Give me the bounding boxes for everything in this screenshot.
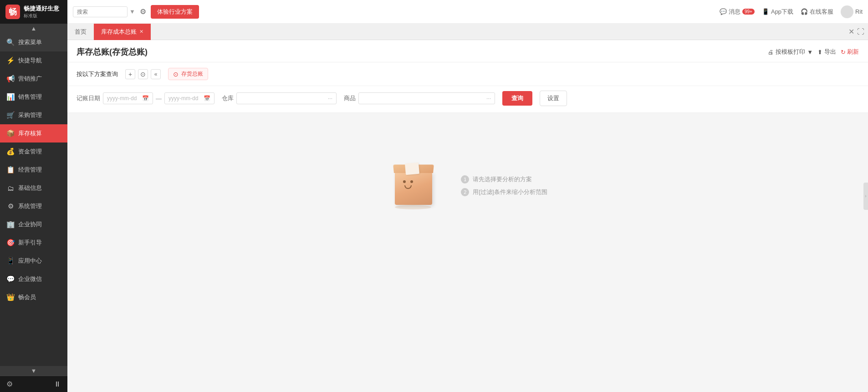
app-download-label: App下载 [771,8,793,16]
settings-bottom-icon[interactable]: ⚙ [6,380,13,388]
setting-button[interactable]: 设置 [540,91,567,106]
sidebar-item-guide[interactable]: 🎯 新手引导 [0,234,67,252]
scheme-item-label: 存货总账 [181,70,203,78]
filter-add-btn[interactable]: + [125,69,135,79]
page-title-row: 库存总账(存货总账) 🖨 按模板打印 ▼ ⬆ 导出 ↻ 刷新 [77,46,859,57]
sidebar-item-enterprise[interactable]: 🏢 企业协同 [0,215,67,234]
empty-state: 1 请先选择要分析的方案 2 用[过滤]条件来缩小分析范围 [67,113,868,259]
scheme-item[interactable]: ⊙ 存货总账 [168,68,208,80]
query-button[interactable]: 查询 [502,91,532,106]
app-logo-text: 畅捷通好生意 标准版 [24,5,59,19]
topbar-search-input[interactable] [73,6,128,17]
sidebar-item-appcenter[interactable]: 📱 应用中心 [0,252,67,270]
warehouse-select[interactable]: ··· [236,92,337,104]
filter-collapse-btn[interactable]: « [151,69,161,79]
sidebar-search-label: 搜索菜单 [18,38,42,46]
sales-icon: 📊 [6,93,15,101]
sidebar-scroll-up[interactable]: ▲ [0,24,67,33]
sidebar-item-quick-nav[interactable]: ⚡ 快捷导航 [0,51,67,70]
hint-2-text: 用[过滤]条件来缩小分析范围 [473,188,547,196]
sidebar-item-label: 库存核算 [18,129,42,137]
topbar: ▼ ⚙ 体验行业方案 💬 消息 99+ 📱 App下载 🎧 在线客服 Rit [67,0,868,24]
avatar [841,5,853,18]
sidebar-item-search[interactable]: 🔍 搜索菜单 [0,33,67,51]
purchase-icon: 🛒 [6,111,15,119]
message-item[interactable]: 💬 消息 99+ [720,8,755,16]
sidebar-item-inventory[interactable]: 📦 库存核算 [0,124,67,143]
refresh-btn[interactable]: ↻ 刷新 [841,48,859,56]
export-btn[interactable]: ⬆ 导出 [817,48,836,56]
tab-label: 库存成本总账 [101,28,137,36]
collapse-icon: « [154,71,158,77]
sound-bottom-icon[interactable]: ⏸ [54,380,61,388]
sidebar-scroll-down[interactable]: ▼ [0,366,67,376]
sidebar-item-finance[interactable]: 💰 资金管理 [0,143,67,161]
date-end-placeholder: yyyy-mm-dd [168,95,198,102]
right-panel-icon: › [865,193,866,199]
date-start-placeholder: yyyy-mm-dd [107,95,137,102]
sidebar-item-label: 企业微信 [18,275,42,283]
tab-inventory-ledger[interactable]: 库存成本总账 ✕ [94,24,151,40]
date-field-group: 记账日期 yyyy-mm-dd 📅 — yyyy-mm-dd 📅 [77,92,214,104]
tab-home[interactable]: 首页 [67,24,94,40]
close-all-icon[interactable]: ✕ [848,27,854,36]
warehouse-more-icon[interactable]: ··· [328,95,332,102]
tab-close-icon[interactable]: ✕ [139,29,143,35]
date-start-input[interactable]: yyyy-mm-dd 📅 [103,92,153,104]
sidebar-item-basic[interactable]: 🗂 基础信息 [0,179,67,197]
app-download-item[interactable]: 📱 App下载 [762,8,793,16]
user-profile[interactable]: Rit [841,5,863,18]
operation-icon: 📋 [6,166,15,174]
search-icon: 🔍 [6,38,15,46]
sidebar-item-label: 经营管理 [18,166,42,174]
print-icon: 🖨 [768,49,774,56]
page-actions: 🖨 按模板打印 ▼ ⬆ 导出 ↻ 刷新 [768,48,859,56]
page-header: 库存总账(存货总账) 🖨 按模板打印 ▼ ⬆ 导出 ↻ 刷新 [67,40,868,62]
calendar-end-icon[interactable]: 📅 [204,95,210,102]
export-icon: ⬆ [817,49,822,56]
member-icon: 👑 [6,293,15,301]
empty-illustration [388,158,443,213]
filter-schema-btn[interactable]: ⊙ [138,69,148,79]
filter-fields: 记账日期 yyyy-mm-dd 📅 — yyyy-mm-dd 📅 仓库 ··· [67,86,868,113]
product-more-icon[interactable]: ··· [486,95,491,102]
enterprise-icon: 🏢 [6,220,15,229]
date-end-input[interactable]: yyyy-mm-dd 📅 [164,92,214,104]
page-content: 库存总账(存货总账) 🖨 按模板打印 ▼ ⬆ 导出 ↻ 刷新 [67,40,868,392]
sidebar-item-member[interactable]: 👑 畅会员 [0,288,67,306]
message-badge: 99+ [742,9,755,15]
print-btn[interactable]: 🖨 按模板打印 ▼ [768,48,813,56]
sidebar-item-weixin[interactable]: 💬 企业微信 [0,270,67,288]
right-panel-toggle[interactable]: › [863,183,868,210]
topbar-settings-icon[interactable]: ⚙ [138,5,148,18]
sidebar-item-marketing[interactable]: 📢 营销推广 [0,70,67,88]
expand-icon[interactable]: ⛶ [857,28,864,36]
step-1-num: 1 [461,175,469,183]
page-title: 库存总账(存货总账) [77,46,148,57]
sidebar-item-purchase[interactable]: 🛒 采购管理 [0,106,67,124]
app-version: 标准版 [24,13,59,19]
appcenter-icon: 📱 [6,257,15,265]
calendar-start-icon[interactable]: 📅 [142,95,149,102]
filter-bar: 按以下方案查询 + ⊙ « ⊙ 存货总账 [67,62,868,86]
online-support-item[interactable]: 🎧 在线客服 [801,8,833,16]
sidebar-item-sales[interactable]: 📊 销售管理 [0,88,67,106]
sidebar-item-label: 销售管理 [18,93,42,101]
industry-btn[interactable]: 体验行业方案 [151,5,199,19]
sidebar-item-label: 采购管理 [18,111,42,119]
sidebar-logo: 畅 畅捷通好生意 标准版 [0,0,67,24]
message-label: 消息 [729,8,740,16]
sidebar-item-system[interactable]: ⚙ 系统管理 [0,197,67,215]
app-name: 畅捷通好生意 [24,5,59,13]
product-select[interactable]: ··· [358,92,495,104]
main-area: ▼ ⚙ 体验行业方案 💬 消息 99+ 📱 App下载 🎧 在线客服 Rit [67,0,868,392]
warehouse-field-group: 仓库 ··· [222,92,337,104]
sidebar-item-label: 畅会员 [18,293,36,301]
system-icon: ⚙ [6,202,15,210]
sidebar-item-label: 营销推广 [18,75,42,83]
sidebar-item-operation[interactable]: 📋 经营管理 [0,161,67,179]
tabs-right: ✕ ⛶ [848,27,868,36]
tabs-bar: 首页 库存成本总账 ✕ ✕ ⛶ [67,24,868,40]
topbar-breadcrumb: ▼ [73,6,135,17]
sidebar-item-label: 快捷导航 [18,56,42,65]
